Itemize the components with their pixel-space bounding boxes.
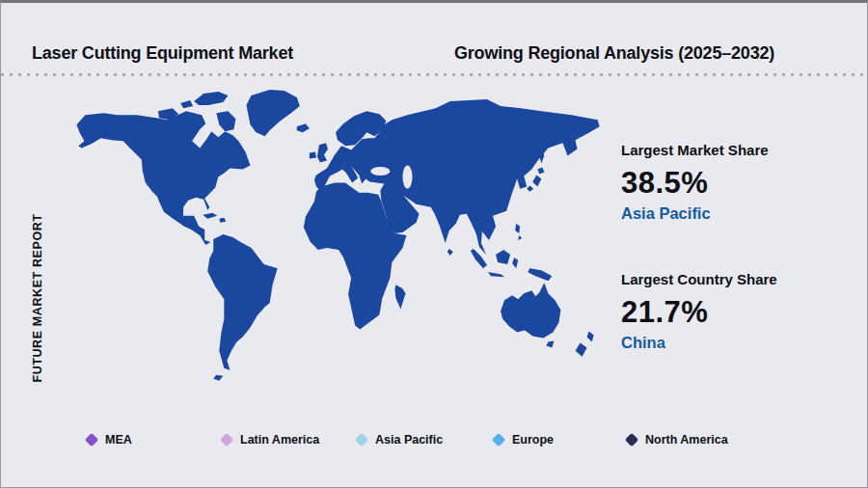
- diamond-icon: [85, 433, 98, 447]
- map-sri-lanka: [448, 249, 453, 256]
- diamond-icon: [492, 433, 505, 447]
- map-britain: [317, 143, 328, 162]
- map-new-zealand: [576, 343, 587, 357]
- infographic-frame: Laser Cutting Equipment Market Growing R…: [0, 0, 868, 488]
- world-map: [57, 88, 603, 408]
- stat-label: Largest Country Share: [621, 271, 853, 287]
- map-arctic-island: [216, 111, 235, 131]
- stat-value: 38.5%: [621, 166, 853, 201]
- stats-panel: Largest Market Share 38.5% Asia Pacific …: [621, 142, 853, 352]
- legend-label: Latin America: [240, 433, 319, 447]
- map-japan: [532, 176, 541, 187]
- dotted-divider: [1, 73, 867, 76]
- map-arctic-island: [194, 92, 228, 105]
- map-philippines: [518, 235, 522, 240]
- map-south-america: [207, 234, 277, 370]
- diamond-icon: [625, 433, 638, 447]
- map-cuba: [203, 213, 217, 219]
- legend-item-europe: Europe: [494, 433, 554, 447]
- page-title: Laser Cutting Equipment Market: [32, 43, 293, 64]
- legend-label: Asia Pacific: [375, 433, 443, 447]
- legend-item-mea: MEA: [87, 433, 132, 447]
- map-caspian-sea: [402, 165, 412, 188]
- map-hispaniola: [219, 218, 226, 223]
- map-java: [488, 272, 504, 277]
- stat-value: 21.7%: [621, 295, 853, 330]
- stat-largest-country-share: Largest Country Share 21.7% China: [621, 271, 853, 352]
- map-iceland: [297, 123, 310, 132]
- map-north-america: [76, 111, 250, 245]
- map-new-guinea: [528, 268, 552, 281]
- map-australia: [501, 283, 560, 338]
- map-new-zealand: [587, 332, 594, 342]
- map-madagascar: [394, 285, 405, 309]
- legend-item-latin-america: Latin America: [222, 433, 319, 447]
- world-map-svg: [57, 88, 603, 408]
- map-arctic-island: [180, 100, 193, 108]
- map-tierra-del-fuego: [213, 375, 223, 381]
- page-subtitle: Growing Regional Analysis (2025–2032): [454, 43, 774, 64]
- map-sulawesi: [512, 258, 518, 268]
- diamond-icon: [220, 433, 233, 447]
- legend: MEA Latin America Asia Pacific Europe No…: [1, 433, 868, 454]
- map-black-sea: [370, 167, 390, 176]
- stat-region: Asia Pacific: [621, 204, 853, 223]
- map-ireland: [310, 151, 316, 158]
- map-borneo: [496, 250, 510, 264]
- legend-label: MEA: [105, 433, 132, 447]
- stat-largest-market-share: Largest Market Share 38.5% Asia Pacific: [621, 142, 853, 223]
- map-tasmania: [546, 341, 554, 348]
- stat-label: Largest Market Share: [621, 142, 853, 158]
- stat-region: China: [621, 334, 853, 352]
- brand-watermark: FUTURE MARKET REPORT: [31, 210, 46, 386]
- map-japan: [537, 167, 544, 174]
- legend-label: North America: [645, 433, 728, 447]
- map-japan: [527, 186, 533, 192]
- legend-item-asia-pacific: Asia Pacific: [357, 433, 443, 447]
- map-greenland: [246, 90, 299, 136]
- diamond-icon: [355, 433, 368, 447]
- legend-label: Europe: [512, 433, 554, 447]
- map-philippines: [515, 224, 520, 233]
- legend-item-north-america: North America: [627, 433, 728, 447]
